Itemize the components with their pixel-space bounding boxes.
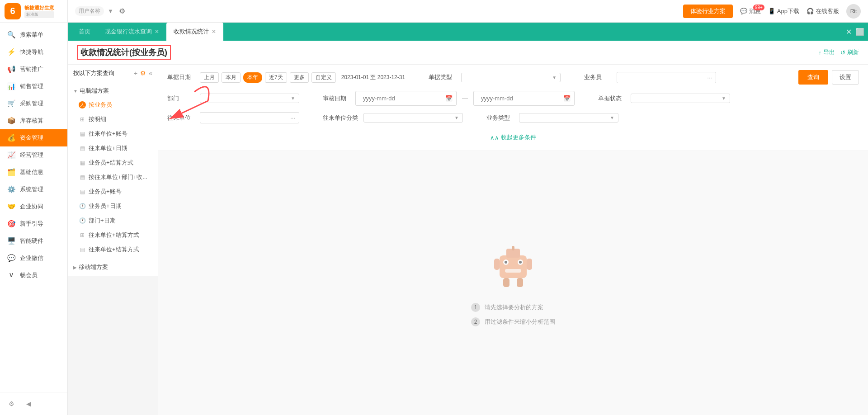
hardware-icon: 🖥️ xyxy=(7,237,15,245)
sidebar-item-search[interactable]: 🔍 搜索菜单 xyxy=(0,26,67,43)
partner-date-icon: ▤ xyxy=(79,145,86,152)
scheme-item-salesman-date[interactable]: 🕐 业务员+日期 xyxy=(68,199,158,213)
salesman-label: 业务员 xyxy=(584,73,611,81)
svg-point-7 xyxy=(519,261,522,264)
mobile-section: ▶ 移动端方案 xyxy=(68,259,158,276)
scheme-item-salesman-account[interactable]: ▤ 业务员+账号 xyxy=(68,184,158,199)
sidebar-item-operation[interactable]: 📈 经营管理 xyxy=(0,146,67,164)
sidebar-settings-btn[interactable]: ⚙ xyxy=(5,397,18,410)
hint-num-1: 1 xyxy=(471,303,480,312)
desktop-section-header[interactable]: ▼ 电脑端方案 xyxy=(68,84,158,98)
date-btn-last-month[interactable]: 上月 xyxy=(200,72,219,83)
scheme-item-by-salesman[interactable]: 人 按业务员 xyxy=(68,98,158,112)
review-date-to[interactable] xyxy=(477,93,561,104)
scheme-item-dept-date[interactable]: 🕐 部门+日期 xyxy=(68,213,158,228)
fund-icon: 💰 xyxy=(7,134,15,142)
dept-arrow: ▼ xyxy=(291,96,295,101)
message-action[interactable]: 💬 消息 99+ xyxy=(740,7,761,15)
settings-button[interactable]: 设置 xyxy=(832,70,859,85)
sidebar-item-marketing[interactable]: 📢 营销推广 xyxy=(0,61,67,78)
svg-point-6 xyxy=(505,261,507,264)
scheme-item-partner-date[interactable]: ▤ 往来单位+日期 xyxy=(68,141,158,156)
scheme-settings-btn[interactable]: ⚙ xyxy=(140,70,146,77)
bill-type-select[interactable]: ▼ xyxy=(461,73,561,82)
scheme-add-btn[interactable]: + xyxy=(134,70,137,77)
sidebar-item-sales[interactable]: 📊 销售管理 xyxy=(0,78,67,95)
partner-category-select[interactable]: ▼ xyxy=(363,113,463,123)
topbar-settings-icon[interactable]: ⚙ xyxy=(119,7,125,15)
date-btn-this-year[interactable]: 本年 xyxy=(243,72,262,83)
calendar-icon-to[interactable]: 📅 xyxy=(563,95,571,102)
partner-select[interactable]: ··· xyxy=(200,112,299,123)
sidebar-item-purchase[interactable]: 🛒 采购管理 xyxy=(0,95,67,112)
svg-rect-9 xyxy=(494,259,500,270)
logo-icon: 6 xyxy=(5,3,21,19)
sidebar-item-basic[interactable]: 🗂️ 基础信息 xyxy=(0,164,67,181)
solution-button[interactable]: 体验行业方案 xyxy=(683,5,733,18)
window-maximize-icon[interactable]: ⬜ xyxy=(855,28,864,36)
tab-bank-flow[interactable]: 现金银行流水查询 ✕ xyxy=(98,23,166,41)
query-button[interactable]: 查询 xyxy=(798,70,828,85)
date-btn-custom[interactable]: 自定义 xyxy=(311,72,336,83)
top-bar-left: 用户名称 ▼ ⚙ xyxy=(75,6,676,16)
calendar-icon-from[interactable]: 📅 xyxy=(445,95,453,102)
partner-dots[interactable]: ··· xyxy=(290,114,295,121)
review-date-from[interactable] xyxy=(359,93,443,104)
sidebar-item-quick-nav[interactable]: ⚡ 快捷导航 xyxy=(0,43,67,61)
purchase-icon: 🛒 xyxy=(7,99,15,108)
scheme-item-partner-settle2[interactable]: ▤ 往来单位+结算方式 xyxy=(68,242,158,257)
app-download-action[interactable]: 📱 App下载 xyxy=(768,7,799,15)
collapse-button[interactable]: ∧∧ 收起更多条件 xyxy=(167,130,859,145)
tab-bank-flow-close[interactable]: ✕ xyxy=(155,28,159,35)
scheme-item-salesman-settle[interactable]: ▦ 业务员+结算方式 xyxy=(68,156,158,170)
export-icon: ↑ xyxy=(819,49,822,56)
online-service-action[interactable]: 🎧 在线客服 xyxy=(807,7,839,15)
scheme-item-by-detail[interactable]: ⊞ 按明细 xyxy=(68,112,158,127)
sidebar-item-hardware[interactable]: 🖥️ 智能硬件 xyxy=(0,232,67,250)
sidebar-item-wechat[interactable]: 💬 企业微信 xyxy=(0,250,67,267)
topbar-dropdown[interactable]: ▼ xyxy=(108,8,113,14)
sidebar-nav: 🔍 搜索菜单 ⚡ 快捷导航 📢 营销推广 📊 销售管理 🛒 采购管理 📦 xyxy=(0,23,67,392)
window-close-icon[interactable]: ✕ xyxy=(846,28,852,36)
sidebar-item-guide[interactable]: 🎯 新手引导 xyxy=(0,215,67,232)
filter-row-2: 部门 ▼ 审核日期 📅 — xyxy=(167,91,859,106)
filter-panel: 单据日期 上月 本月 本年 近7天 更多 自定义 2023-01-01 至 20… xyxy=(158,65,868,151)
filter-container: 单据日期 上月 本月 本年 近7天 更多 自定义 2023-01-01 至 20… xyxy=(158,65,868,151)
salesman-settle-icon: ▦ xyxy=(79,159,86,166)
operation-icon: 📈 xyxy=(7,151,15,159)
sidebar-item-fund[interactable]: 💰 资金管理 xyxy=(0,129,67,146)
dept-select[interactable]: ▼ xyxy=(200,94,299,103)
scheme-collapse-btn[interactable]: « xyxy=(149,70,152,77)
date-btn-more[interactable]: 更多 xyxy=(290,72,309,83)
date-btn-7days[interactable]: 近7天 xyxy=(265,72,287,83)
top-bar: 用户名称 ▼ ⚙ 体验行业方案 💬 消息 99+ 📱 App下载 🎧 在线客服 xyxy=(68,0,868,23)
scheme-item-partner-dept[interactable]: ▤ 按往来单位+部门+收... xyxy=(68,170,158,184)
hint-num-2: 2 xyxy=(471,317,480,326)
salesman-dots[interactable]: ··· xyxy=(707,74,712,81)
dept-label: 部门 xyxy=(167,94,194,103)
sidebar-item-member[interactable]: V 畅会员 xyxy=(0,267,67,284)
hints-list: 1 请先选择要分析的方案 2 用过滤条件来缩小分析范围 xyxy=(471,303,555,326)
export-button[interactable]: ↑ 导出 xyxy=(819,48,835,57)
tab-collection-stats[interactable]: 收款情况统计 ✕ xyxy=(166,23,223,41)
search-icon: 🔍 xyxy=(7,31,15,39)
basic-icon: 🗂️ xyxy=(7,168,15,176)
scheme-item-partner-account[interactable]: ▤ 往来单位+账号 xyxy=(68,127,158,141)
sidebar-item-enterprise[interactable]: 🤝 企业协同 xyxy=(0,198,67,215)
bill-type-label: 单据类型 xyxy=(429,73,456,81)
sidebar-item-system[interactable]: ⚙️ 系统管理 xyxy=(0,181,67,198)
refresh-button[interactable]: ↺ 刷新 xyxy=(840,48,859,57)
page-title: 收款情况统计(按业务员) xyxy=(77,45,171,60)
business-type-select[interactable]: ▼ xyxy=(519,113,618,123)
user-avatar[interactable]: Rit xyxy=(846,4,861,19)
sidebar-item-inventory[interactable]: 📦 库存核算 xyxy=(0,112,67,129)
date-btn-this-month[interactable]: 本月 xyxy=(222,72,241,83)
bill-status-select[interactable]: ▼ xyxy=(631,94,730,103)
salesman-active-icon: 人 xyxy=(79,101,86,108)
sidebar-collapse-btn[interactable]: ◀ xyxy=(22,397,35,410)
scheme-item-partner-settle1[interactable]: ⊞ 往来单位+结算方式 xyxy=(68,228,158,242)
tab-collection-stats-close[interactable]: ✕ xyxy=(212,28,216,35)
salesman-select[interactable]: ··· xyxy=(617,72,716,83)
mobile-section-header[interactable]: ▶ 移动端方案 xyxy=(68,260,158,274)
tab-home[interactable]: 首页 xyxy=(71,23,98,41)
